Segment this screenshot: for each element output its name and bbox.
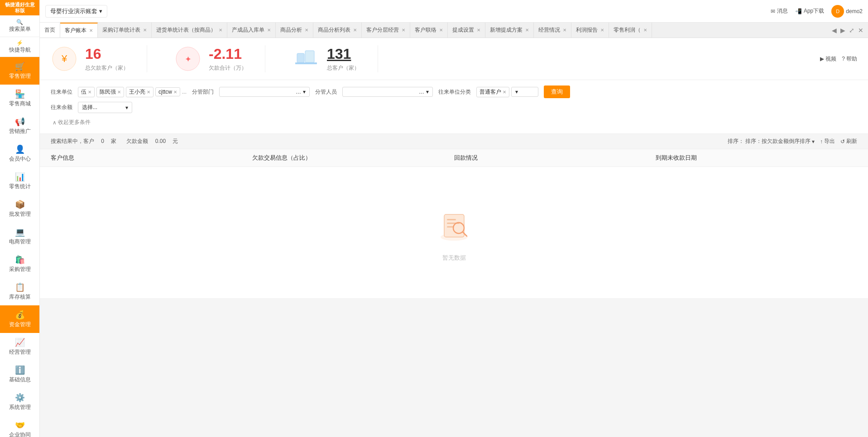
tab-retail-profit[interactable]: 零售利润（ ✕ [609,23,652,38]
sidebar-item-wholesale[interactable]: 📦 批发管理 [0,195,39,223]
content-area: ¥ 16 总欠款客户（家） ✦ [40,38,868,437]
tab-customer-contact-close[interactable]: ✕ [439,28,443,33]
tab-goods-analysis[interactable]: 商品分析 ✕ [276,23,313,38]
sidebar-item-purchase[interactable]: 🛍️ 采购管理 [0,250,39,278]
page-header-actions: ▶ 视频 ? 帮助 [820,55,857,63]
filter-unit-class-dropdown-icon: ▾ [515,89,518,95]
tab-scroll-right[interactable]: ▶ [839,26,846,35]
refresh-icon: ↺ [840,138,845,145]
tab-profit-report-close[interactable]: ✕ [600,28,604,33]
tab-new-improve-close[interactable]: ✕ [525,28,529,33]
tab-operation-status-close[interactable]: ✕ [563,28,566,33]
tab-customer-layer-close[interactable]: ✕ [402,28,405,33]
svg-rect-6 [295,62,317,64]
filter-tag-unit-class-1-close[interactable]: ✕ [503,90,506,95]
tab-purchase-order[interactable]: 采购订单统计表 ✕ [98,23,152,38]
tab-cost-in[interactable]: 产成品入库单 ✕ [227,23,276,38]
filter-balance-select[interactable]: 选择... ▾ [78,102,132,113]
tab-cost-in-close[interactable]: ✕ [267,28,271,33]
collapse-up-icon: ∧ [53,119,57,126]
sidebar: 畅捷通好生意 标版 🔍 搜索菜单 ⚡ 快捷导航 🛒 零售管理 🏪 零售商城 📢 … [0,0,40,437]
filter-tag-unit-2-close[interactable]: ✕ [117,90,121,95]
tab-customer-layer[interactable]: 客户分层经营 ✕ [362,23,410,38]
sidebar-item-system[interactable]: ⚙️ 系统管理 [0,388,39,416]
tab-profit-report[interactable]: 利润报告 ✕ [571,23,609,38]
filter-tag-unit-class-1[interactable]: 普通客户 ✕ [476,87,509,97]
filter-unit-more[interactable]: ... [182,89,187,95]
tab-goods-analysis-list[interactable]: 商品分析列表 ✕ [313,23,362,38]
filter-person-dropdown-icon: ▾ [426,89,429,95]
stat-number-debt-amount: -2.11 [209,46,247,62]
top-bar-left: 母婴行业演示账套 ▾ [45,5,107,18]
store-selector[interactable]: 母婴行业演示账套 ▾ [45,5,107,18]
filter-dept-select[interactable]: … ▾ [219,87,310,97]
user-avatar-area[interactable]: D demo2 [831,5,863,18]
filter-tag-unit-3-close[interactable]: ✕ [147,90,150,95]
sidebar-retail-mall-label: 零售商城 [2,100,38,108]
filter-tag-unit-4[interactable]: cjttcw ✕ [155,87,180,96]
sort-select[interactable]: 排序： 排序：按欠款金额倒序排序 ▾ [728,138,815,145]
refresh-button[interactable]: ↺ 刷新 [840,138,857,145]
query-button[interactable]: 查询 [544,86,570,98]
tab-home[interactable]: 首页 [40,23,60,38]
tab-operation-status[interactable]: 经营情况 ✕ [534,23,571,38]
sidebar-item-member[interactable]: 👤 会员中心 [0,140,39,167]
app-download-icon: 📲 [795,8,802,14]
filter-tag-unit-4-close[interactable]: ✕ [173,90,177,95]
sidebar-item-inventory[interactable]: 📋 库存核算 [0,278,39,305]
tab-close-all[interactable]: ✕ [857,26,864,35]
tab-purchase-order-close[interactable]: ✕ [143,28,147,33]
sidebar-item-retail[interactable]: 🛒 零售管理 [0,57,39,85]
filter-unit-class-label: 往来单位分类 [438,88,471,96]
table-wrapper: 客户信息 欠款交易信息（占比） 回款情况 到期未收款日期 [40,149,868,298]
sidebar-item-marketing[interactable]: 📢 营销推广 [0,112,39,140]
message-button[interactable]: ✉ 消息 [771,7,788,15]
filter-unit-class-dropdown[interactable]: ▾ [511,87,538,97]
tab-new-improve[interactable]: 新增提成方案 ✕ [485,23,534,38]
sidebar-item-retail-stats[interactable]: 📊 零售统计 [0,167,39,195]
sidebar-operation-label: 经营管理 [2,348,38,356]
video-help-link[interactable]: ▶ 视频 [820,55,836,63]
sidebar-item-operation[interactable]: 📈 经营管理 [0,333,39,361]
sidebar-item-retail-mall[interactable]: 🏪 零售商城 [0,85,39,112]
app-download-button[interactable]: 📲 App下载 [795,7,824,15]
doc-help-link[interactable]: ? 帮助 [842,55,857,63]
results-debt-amount: 0.00 [155,138,166,144]
export-button[interactable]: ↑ 导出 [820,138,835,145]
sidebar-item-enterprise-collab[interactable]: 🤝 企业协同 [0,416,39,437]
tab-goods-in-stats[interactable]: 进货单统计表（按商品） ✕ [152,23,227,38]
tab-improve-settings-close[interactable]: ✕ [477,28,480,33]
sidebar-item-finance[interactable]: 💰 资金管理 [0,305,39,333]
tab-goods-analysis-close[interactable]: ✕ [305,28,308,33]
filter-tag-unit-2[interactable]: 陈民强 ✕ [96,87,124,97]
filter-tag-unit-1[interactable]: 伍 ✕ [78,87,95,97]
sidebar-enterprise-collab-label: 企业协同 [2,431,38,437]
tab-scroll: 首页 客户账本 ✕ 采购订单统计表 ✕ 进货单统计表（按商品） ✕ 产成品入库单… [40,23,827,38]
avatar: D [831,5,844,18]
collapse-button[interactable]: ∧ 收起更多条件 [51,117,857,128]
results-bar: 搜索结果中，客户 0 家 欠款金额 0.00 元 排序： 排序：按欠款金额倒序排… [40,134,868,149]
tab-goods-analysis-list-close[interactable]: ✕ [353,28,357,33]
stat-label-debt-amount: 欠款合计（万） [209,64,247,72]
sidebar-ecommerce-label: 电商管理 [2,238,38,246]
tab-customer-account[interactable]: 客户账本 ✕ [60,23,98,38]
tab-improve-settings-label: 提成设置 [452,26,474,34]
tab-improve-settings[interactable]: 提成设置 ✕ [448,23,485,38]
filter-row-1: 往来单位 伍 ✕ 陈民强 ✕ 王小亮 ✕ [51,86,857,98]
tab-retail-profit-close[interactable]: ✕ [643,28,647,33]
filter-person-select[interactable]: … ▾ [342,87,433,97]
tab-scroll-left[interactable]: ◀ [831,26,838,35]
sidebar-item-basic-info[interactable]: ℹ️ 基础信息 [0,361,39,388]
filter-tag-unit-1-close[interactable]: ✕ [88,90,91,95]
tab-goods-in-stats-close[interactable]: ✕ [219,28,222,33]
tab-bar: 首页 客户账本 ✕ 采购订单统计表 ✕ 进货单统计表（按商品） ✕ 产成品入库单… [40,23,868,38]
sidebar-item-search[interactable]: 🔍 搜索菜单 [0,15,39,37]
tab-customer-contact[interactable]: 客户联络 ✕ [410,23,448,38]
sidebar-item-ecommerce[interactable]: 💻 电商管理 [0,223,39,250]
tab-fullscreen[interactable]: ⤢ [848,26,855,35]
retail-mall-icon: 🏪 [2,89,38,99]
sidebar-item-quick-nav[interactable]: ⚡ 快捷导航 [0,37,39,57]
filter-tag-unit-3[interactable]: 王小亮 ✕ [126,87,153,97]
tab-customer-account-close[interactable]: ✕ [89,28,93,33]
inventory-icon: 📋 [2,282,38,292]
